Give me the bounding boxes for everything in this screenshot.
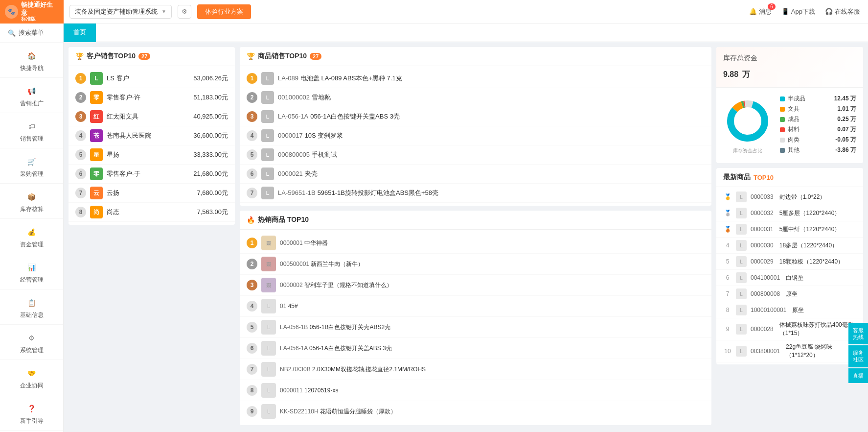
product-icon: L bbox=[736, 256, 747, 267]
hot-product-item: 7 L NB2.0X30B 2.0X30MM双搓花轴,搓花直径2.1MM/ROH… bbox=[240, 359, 711, 380]
customer-avatar: 尚 bbox=[90, 206, 103, 218]
product-info: 0000001 中华神器 bbox=[280, 239, 705, 247]
app-download-button[interactable]: 📱 App下载 bbox=[781, 7, 815, 16]
product-info: LA-089电池盖 LA-089 ABS本色+黑种 7.1克 bbox=[278, 74, 705, 83]
brand-sub: 标准版 bbox=[21, 16, 59, 22]
product-info: 000001710S 变刹罗浆 bbox=[278, 131, 705, 140]
trophy-icon: 🏆 bbox=[75, 52, 84, 60]
product-thumbnail: L bbox=[261, 362, 276, 377]
sidebar-label-sales: 销售管理 bbox=[20, 135, 44, 143]
customer-amount: 36,600.00元 bbox=[193, 131, 228, 140]
float-button[interactable]: 服务社区 bbox=[848, 345, 868, 367]
operation-icon: 📊 bbox=[25, 261, 38, 274]
sidebar-item-sales[interactable]: 🏷 销售管理 bbox=[0, 113, 63, 148]
top-header: 🐾 畅捷通好生意 标准版 装备及固定资产辅助管理系统 ▼ ⚙ 体验行业方案 🔔 … bbox=[0, 0, 868, 24]
sidebar-item-quicknav[interactable]: 🏠 快捷导航 bbox=[0, 43, 63, 78]
legend-name: 文具 bbox=[788, 105, 834, 113]
header-right: 🔔 消息 6 📱 App下载 🎧 在线客服 bbox=[749, 7, 860, 16]
product-code: 003800001 bbox=[751, 348, 780, 355]
brand-logo: 🐾 畅捷通好生意 标准版 bbox=[0, 0, 64, 24]
sidebar-item-marketing[interactable]: 📢 营销推广 bbox=[0, 78, 63, 113]
guide-icon: ❓ bbox=[25, 402, 38, 415]
sidebar-search[interactable]: 🔍 搜索菜单 bbox=[0, 24, 63, 43]
rank-number: 10 bbox=[723, 348, 732, 355]
float-buttons: 客服热线服务社区直播 bbox=[848, 323, 868, 383]
rank-number: 2 bbox=[247, 259, 257, 269]
product-name: 封边带（1.0*22） bbox=[779, 193, 856, 201]
trial-button[interactable]: 体验行业方案 bbox=[197, 4, 251, 19]
rank-number: 2 bbox=[247, 92, 257, 103]
product-info: 000500001 新西兰牛肉（新牛） bbox=[280, 260, 705, 268]
customer-amount: 7,563.00元 bbox=[197, 208, 228, 216]
system-name: 装备及固定资产辅助管理系统 bbox=[75, 7, 158, 16]
product-icon: L bbox=[261, 72, 274, 85]
finance-icon: 💰 bbox=[25, 226, 38, 239]
sidebar-item-operation[interactable]: 📊 经营管理 bbox=[0, 254, 63, 289]
product-icon: L bbox=[736, 224, 747, 235]
legend-item: 文具 1.01 万 bbox=[780, 105, 856, 113]
stock-card: 库存总资金 9.88 万 bbox=[716, 47, 863, 163]
rank-number: 9 bbox=[247, 406, 257, 417]
rank-number: 7 bbox=[247, 188, 257, 198]
customer-rank-item: 1 L LS 客户 53,006.26元 bbox=[69, 69, 235, 88]
latest-product-item: 🥇 L 0000033 封边带（1.0*22） bbox=[716, 189, 863, 205]
settings-button[interactable]: ⚙ bbox=[178, 5, 191, 19]
product-thumbnail: 🖼 bbox=[261, 278, 276, 292]
notifications-button[interactable]: 🔔 消息 6 bbox=[749, 7, 772, 16]
rank-number: 2 bbox=[75, 92, 86, 103]
bell-icon: 🔔 bbox=[749, 8, 757, 15]
tab-home-label: 首页 bbox=[73, 28, 86, 37]
sidebar-label-purchase: 采购管理 bbox=[20, 170, 44, 178]
rank-number: 🥈 bbox=[723, 210, 732, 216]
product-thumbnail: 🖼 bbox=[261, 236, 276, 250]
product-name: 原坐 bbox=[786, 290, 856, 298]
online-service-button[interactable]: 🎧 在线客服 bbox=[825, 7, 860, 16]
rank-number: 7 bbox=[247, 364, 257, 375]
customer-name: 红太阳文具 bbox=[107, 112, 189, 121]
stock-title: 库存总资金 bbox=[723, 54, 856, 63]
phone-icon: 📱 bbox=[781, 8, 789, 15]
float-button[interactable]: 客服热线 bbox=[848, 323, 868, 345]
product-rank-list: 1 L LA-089电池盖 LA-089 ABS本色+黑种 7.1克 2 L 0… bbox=[240, 66, 711, 206]
customer-amount: 21,680.00元 bbox=[193, 169, 228, 178]
sidebar-item-finance[interactable]: 💰 资金管理 bbox=[0, 219, 63, 254]
product-info: 000800005手机测试 bbox=[278, 150, 705, 159]
customer-rank-item: 2 零 零售客户·许 51,183.00元 bbox=[69, 88, 235, 107]
rank-number: 3 bbox=[75, 111, 86, 122]
customer-name: 星扬 bbox=[107, 150, 189, 159]
purchase-icon: 🛒 bbox=[25, 155, 38, 168]
sidebar-item-purchase[interactable]: 🛒 采购管理 bbox=[0, 148, 63, 184]
float-button[interactable]: 直播 bbox=[848, 368, 868, 383]
sidebar-item-guide[interactable]: ❓ 新手引导 bbox=[0, 395, 63, 431]
legend-name: 材料 bbox=[788, 125, 834, 134]
hot-product-item: 3 🖼 0000002 智利车子里（规格不知道填什么） bbox=[240, 275, 711, 296]
sidebar-item-basicinfo[interactable]: 📋 基础信息 bbox=[0, 289, 63, 325]
legend-value: 12.45 万 bbox=[834, 95, 856, 103]
inventory-icon: 📦 bbox=[25, 191, 38, 203]
product-rank-item: 4 L 000001710S 变刹罗浆 bbox=[240, 126, 711, 145]
customer-name: 尚态 bbox=[107, 208, 193, 216]
latest-product-item: 8 L 10000100001 原坐 bbox=[716, 302, 863, 318]
rank-number: 5 bbox=[247, 149, 257, 160]
hot-product-item: 5 L LA-056-1B 056-1B白色按键开关壳ABS2壳 bbox=[240, 317, 711, 338]
product-thumbnail: L bbox=[261, 299, 276, 313]
product-icon: L bbox=[736, 272, 747, 283]
product-thumbnail: L bbox=[261, 341, 276, 356]
donut-chart bbox=[723, 96, 772, 145]
tab-home[interactable]: 首页 bbox=[64, 24, 96, 42]
product-rank-item: 2 L 001000002雪地靴 bbox=[240, 88, 711, 107]
product-icon: L bbox=[736, 305, 747, 315]
rank-number: 5 bbox=[75, 149, 86, 160]
system-selector[interactable]: 装备及固定资产辅助管理系统 ▼ bbox=[69, 5, 172, 19]
sidebar-item-collab[interactable]: 🤝 企业协同 bbox=[0, 360, 63, 395]
hot-product-item: 2 🖼 000500001 新西兰牛肉（新牛） bbox=[240, 254, 711, 275]
sidebar-item-system[interactable]: ⚙ 系统管理 bbox=[0, 325, 63, 360]
product-info: KK-SD22110H 花语萌恒温分腿睡袋（厚款） bbox=[280, 408, 705, 416]
latest-product-item: 7 L 000800008 原坐 bbox=[716, 286, 863, 302]
sidebar-item-inventory[interactable]: 📦 库存核算 bbox=[0, 184, 63, 219]
product-icon: L bbox=[261, 129, 274, 142]
hot-product-item: 6 L LA-056-1A 056-1A白色按键开关盖ABS 3壳 bbox=[240, 338, 711, 359]
legend-name: 其他 bbox=[788, 146, 832, 154]
latest-product-item: 6 L 004100001 白钢垫 bbox=[716, 270, 863, 286]
legend-name: 成品 bbox=[788, 115, 834, 123]
